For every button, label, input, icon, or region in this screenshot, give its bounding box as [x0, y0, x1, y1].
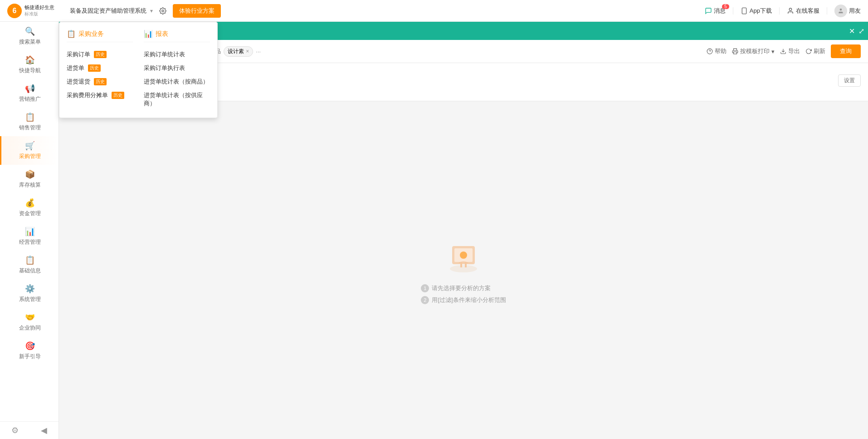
settings-small-btn[interactable]: 设置 — [838, 74, 861, 87]
tip2-num: 2 — [421, 296, 429, 304]
sidebar-item-search[interactable]: 🔍 搜索菜单 — [0, 22, 59, 50]
goods-tag-close[interactable]: × — [246, 48, 249, 54]
menu-col-purchase: 📋 采购业务 采购订单 历史 进货单 历史 进货退货 历史 采购费用分摊单 历史 — [67, 30, 133, 110]
sidebar-label-quick-nav: 快捷导航 — [19, 67, 41, 74]
sidebar-bottom: ⚙ ◀ — [0, 421, 59, 439]
menu-item-order-exec[interactable]: 采购订单执行表 — [144, 61, 210, 75]
settings-area: 设置 — [838, 74, 861, 87]
menu-item-goods-return[interactable]: 进货退货 历史 — [67, 75, 133, 89]
empty-illustration — [443, 235, 484, 277]
menu-item-receipt-by-goods[interactable]: 进货单统计表（按商品） — [144, 75, 210, 89]
sidebar-item-quick-nav[interactable]: 🏠 快捷导航 — [0, 50, 59, 79]
menu-item-purchase-expense[interactable]: 采购费用分摊单 历史 — [67, 89, 133, 102]
goods-filter: 商品 设计素 × ··· — [210, 46, 261, 57]
svg-point-3 — [789, 8, 791, 10]
basic-icon: 📋 — [25, 255, 35, 265]
menu-item-receipt-by-goods-text: 进货单统计表（按商品） — [144, 78, 209, 86]
logo-area: 6 畅捷通好生意 标准版 — [7, 4, 66, 18]
guide-icon: 🎯 — [25, 341, 35, 351]
svg-rect-7 — [734, 52, 737, 54]
menu-item-order-stats[interactable]: 采购订单统计表 — [144, 48, 210, 61]
sidebar-item-operation[interactable]: 📊 经营管理 — [0, 222, 59, 251]
tab-bar-right: ✕ ⤢ — [849, 27, 864, 35]
sidebar-label-sales: 销售管理 — [19, 124, 41, 132]
marketing-icon: 📢 — [25, 84, 35, 94]
sidebar-item-basic[interactable]: 📋 基础信息 — [0, 251, 59, 279]
app-download-btn[interactable]: App下载 — [741, 7, 772, 15]
tab-maximize-icon[interactable]: ⤢ — [858, 27, 864, 35]
finance-icon: 💰 — [25, 198, 35, 208]
sidebar-item-enterprise[interactable]: 🤝 企业协同 — [0, 308, 59, 336]
purchase-dropdown-menu: 📋 采购业务 采购订单 历史 进货单 历史 进货退货 历史 采购费用分摊单 历史 — [59, 22, 218, 118]
menu-col-report-title: 📊 报表 — [144, 30, 210, 42]
sidebar-item-guide[interactable]: 🎯 新手引导 — [0, 336, 59, 365]
system-icon: ⚙️ — [25, 284, 35, 294]
print-btn[interactable]: 按模板打印 ▾ — [732, 47, 775, 55]
user-btn[interactable]: 用友 — [834, 5, 861, 17]
menu-item-order-stats-text: 采购订单统计表 — [144, 50, 185, 59]
purchase-menu-icon: 📋 — [67, 30, 76, 38]
refresh-label: 刷新 — [814, 47, 825, 55]
sidebar-label-search: 搜索菜单 — [19, 38, 41, 46]
system-settings-icon[interactable] — [156, 5, 169, 17]
sidebar-item-system[interactable]: ⚙️ 系统管理 — [0, 279, 59, 308]
message-btn[interactable]: 消息 5 — [705, 7, 726, 15]
top-bar-right: 消息 5 App下载 在线客服 用友 — [705, 5, 861, 17]
purchase-expense-history-badge: 历史 — [112, 92, 124, 99]
online-service-label: 在线客服 — [796, 7, 819, 15]
divider2 — [779, 7, 780, 15]
tip2-text: 用[过滤]条件来缩小分析范围 — [432, 294, 506, 306]
export-btn[interactable]: 导出 — [780, 47, 800, 55]
menu-item-purchase-order-text: 采购订单 — [67, 50, 90, 59]
menu-item-receipt-by-supplier[interactable]: 进货单统计表（按供应商） — [144, 89, 210, 110]
sidebar-label-finance: 资金管理 — [19, 210, 41, 217]
logo-badge: 标准版 — [24, 11, 54, 17]
sidebar-label-basic: 基础信息 — [19, 267, 41, 275]
help-btn[interactable]: 帮助 — [707, 47, 727, 55]
goods-more[interactable]: ··· — [256, 48, 261, 55]
message-badge: 5 — [722, 4, 729, 9]
logo-icon: 6 — [7, 4, 22, 18]
logo-name: 畅捷通好生意 — [24, 4, 54, 10]
logo-text-area: 畅捷通好生意 标准版 — [24, 4, 54, 17]
sidebar-item-sales[interactable]: 📋 销售管理 — [0, 108, 59, 136]
menu-col-purchase-label: 采购业务 — [78, 30, 104, 38]
svg-point-4 — [840, 8, 842, 10]
sidebar-collapse-btn[interactable]: ◀ — [41, 425, 47, 435]
report-menu-icon: 📊 — [144, 30, 153, 38]
online-service-btn[interactable]: 在线客服 — [787, 7, 819, 15]
user-label: 用友 — [849, 7, 861, 15]
app-download-label: App下载 — [750, 7, 772, 15]
sidebar-item-purchase[interactable]: 🛒 采购管理 — [0, 136, 59, 165]
menu-item-purchase-order[interactable]: 采购订单 历史 — [67, 48, 133, 61]
sidebar-label-inventory: 库存核算 — [19, 181, 41, 189]
sidebar-label-operation: 经营管理 — [19, 238, 41, 246]
sidebar-label-system: 系统管理 — [19, 296, 41, 303]
menu-item-goods-received[interactable]: 进货单 历史 — [67, 61, 133, 75]
operation-icon: 📊 — [25, 227, 35, 237]
system-dropdown-arrow[interactable]: ▾ — [150, 8, 153, 14]
tab-close-window-icon[interactable]: ✕ — [849, 27, 855, 35]
menu-col-purchase-title: 📋 采购业务 — [67, 30, 133, 42]
sales-icon: 📋 — [25, 112, 35, 122]
menu-item-order-exec-text: 采购订单执行表 — [144, 64, 185, 72]
top-bar: 6 畅捷通好生意 标准版 装备及固定资产辅助管理系统 ▾ 体验行业方案 消息 5 — [0, 0, 868, 22]
top-bar-middle: 装备及固定资产辅助管理系统 ▾ 体验行业方案 — [66, 4, 705, 18]
enterprise-icon: 🤝 — [25, 312, 35, 322]
purchase-icon: 🛒 — [25, 141, 35, 151]
sidebar-item-finance[interactable]: 💰 资金管理 — [0, 193, 59, 222]
divider1 — [733, 7, 733, 15]
empty-tips: 1 请先选择要分析的方案 2 用[过滤]条件来缩小分析范围 — [421, 282, 506, 306]
industry-btn[interactable]: 体验行业方案 — [173, 4, 221, 18]
query-btn[interactable]: 查询 — [831, 44, 861, 58]
search-icon: 🔍 — [25, 26, 35, 36]
sidebar-item-marketing[interactable]: 📢 营销推广 — [0, 79, 59, 108]
user-avatar — [834, 5, 847, 17]
home-icon: 🏠 — [25, 55, 35, 65]
print-dropdown[interactable]: ▾ — [771, 48, 775, 55]
refresh-btn[interactable]: 刷新 — [805, 47, 825, 55]
svg-rect-1 — [742, 8, 746, 14]
sidebar-settings-btn[interactable]: ⚙ — [11, 425, 19, 435]
inventory-icon: 📦 — [25, 169, 35, 179]
sidebar-item-inventory[interactable]: 📦 库存核算 — [0, 165, 59, 193]
